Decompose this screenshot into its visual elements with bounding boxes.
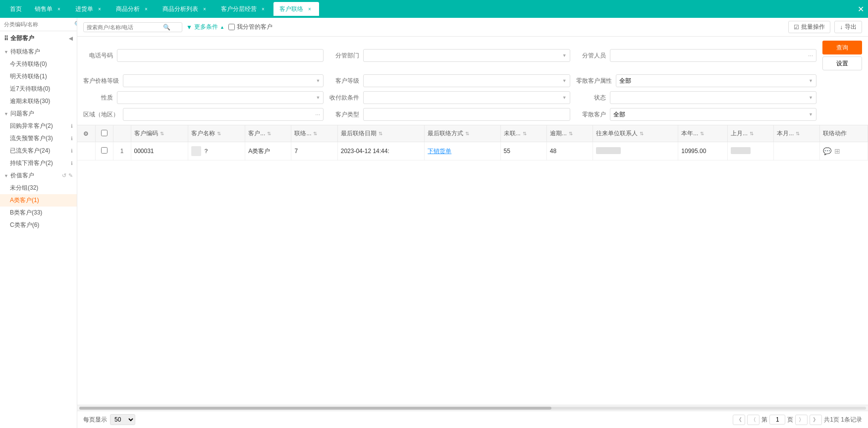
nav-tab-goods-analysis[interactable]: 商品分析×	[110, 2, 156, 16]
sidebar-item-回购异常客户[interactable]: 回购异常客户(2)ℹ	[0, 120, 77, 132]
payment-select[interactable]: ▼	[363, 91, 570, 104]
sidebar-item-B类客户[interactable]: B类客户(33)	[0, 207, 77, 219]
payment-field: 收付款条件 ▼	[329, 91, 570, 104]
window-close-button[interactable]: ✕	[858, 4, 864, 14]
manager-input[interactable]: ···	[610, 49, 816, 62]
export-button[interactable]: ↓ 导出	[834, 21, 862, 33]
page-nav: 《 〈 第 页 〉 》 共1页 1条记录	[733, 415, 862, 425]
col-no-contact-header[interactable]: 未联...⇅	[500, 125, 546, 142]
customer-level-select[interactable]: ▼	[363, 74, 570, 87]
sidebar-group-value-customers[interactable]: ▼价值客户 ↺✎	[0, 169, 77, 182]
next-page-button[interactable]: 〉	[795, 415, 808, 425]
col-last-contact-date-header[interactable]: 最后联络日期⇅	[337, 125, 425, 142]
row-last-method-cell[interactable]: 下销货单	[425, 142, 500, 160]
row-checkbox[interactable]	[101, 147, 108, 154]
sidebar-group-problem-customers[interactable]: ▼问题客户	[0, 107, 77, 120]
sidebar-search-input[interactable]	[4, 21, 72, 27]
col-name-header[interactable]: 客户名称⇅	[188, 125, 245, 142]
dept-label: 分管部门	[329, 52, 359, 60]
row-checkbox-cell[interactable]	[95, 142, 113, 160]
nav-tab-close-goods-analysis-list[interactable]: ×	[201, 5, 208, 12]
page-input[interactable]	[769, 415, 785, 425]
query-button[interactable]: 查询	[822, 41, 862, 54]
scatter-customer-select[interactable]: 全部▼	[610, 108, 816, 121]
nav-tab-purchase[interactable]: 进货单×	[69, 2, 109, 16]
col-this-year-header[interactable]: 本年...⇅	[678, 125, 728, 142]
nav-tab-customer-segment[interactable]: 客户分层经营×	[215, 2, 272, 16]
nature-arrow-icon: ▼	[316, 95, 320, 100]
sidebar-item-未分组[interactable]: 未分组(32)	[0, 182, 77, 194]
manager-label: 分管人员	[576, 52, 606, 60]
sidebar-item-明天待联络[interactable]: 明天待联络(1)	[0, 70, 77, 83]
nav-tab-customer-contact[interactable]: 客户联络×	[273, 2, 319, 16]
row-last-date-cell: 2023-04-12 14:44:	[337, 142, 425, 160]
nav-tab-goods-analysis-list[interactable]: 商品分析列表×	[157, 2, 214, 16]
sidebar-item-流失预警客户[interactable]: 流失预警客户(3)ℹ	[0, 132, 77, 145]
sidebar-group-pending-contact[interactable]: ▼待联络客户	[0, 46, 77, 58]
scrollbar-track	[79, 407, 866, 410]
my-customers-checkbox[interactable]: 我分管的客户	[228, 23, 272, 31]
phone-input[interactable]	[117, 49, 324, 62]
sidebar-collapse-btn[interactable]: ◀	[69, 36, 73, 41]
sidebar-item-逾期未联络[interactable]: 逾期未联络(30)	[0, 95, 77, 107]
sidebar-item-label: A类客户(1)	[10, 196, 73, 205]
nature-select[interactable]: ▼	[117, 91, 324, 104]
nav-tab-close-purchase[interactable]: ×	[96, 5, 103, 12]
col-company-contact-header[interactable]: 往来单位联系人⇅	[593, 125, 678, 142]
my-customers-check[interactable]	[228, 24, 235, 30]
filter-search-icon[interactable]: 🔍	[163, 24, 170, 31]
prev-page-button[interactable]: 〈	[747, 415, 760, 425]
region-input[interactable]: ···	[123, 108, 324, 121]
dept-select[interactable]: ▼	[363, 49, 570, 62]
horizontal-scrollbar[interactable]	[77, 405, 868, 411]
nav-tab-close-goods-analysis[interactable]: ×	[143, 5, 150, 12]
col-last-month-header[interactable]: 上月...⇅	[727, 125, 773, 142]
all-customers-header[interactable]: ⠿ 全部客户 ◀	[0, 31, 77, 46]
status-select[interactable]: ▼	[610, 91, 816, 104]
sidebar-item-A类客户[interactable]: A类客户(1)	[0, 194, 77, 207]
col-last-contact-method-header[interactable]: 最后联络方式⇅	[425, 125, 500, 142]
filter-row-1: 电话号码 分管部门 ▼ 分管人员 ··· 查询 设置	[83, 41, 862, 70]
col-type-header[interactable]: 客户...⇅	[245, 125, 291, 142]
col-this-month-header[interactable]: 本月...⇅	[774, 125, 820, 142]
sidebar-item-label: 持续下滑客户(2)	[10, 159, 71, 167]
overdue-sort-icon: ⇅	[569, 131, 573, 136]
sidebar-item-已流失客户[interactable]: 已流失客户(24)ℹ	[0, 145, 77, 157]
filter-search-input[interactable]	[87, 24, 161, 30]
filter-more-btn[interactable]: ▼ 更多条件 ▲	[186, 23, 224, 31]
select-all-checkbox[interactable]	[101, 130, 108, 136]
col-settings-header[interactable]: ⚙	[77, 125, 95, 142]
nav-tab-close-sales[interactable]: ×	[55, 5, 62, 12]
first-page-button[interactable]: 《	[733, 415, 745, 425]
col-code-header[interactable]: 客户编码⇅	[131, 125, 188, 142]
nav-tab-close-customer-contact[interactable]: ×	[306, 5, 313, 12]
sidebar-item-持续下滑客户[interactable]: 持续下滑客户(2)ℹ	[0, 157, 77, 169]
nav-tab-home[interactable]: 首页	[4, 2, 28, 16]
settings-button[interactable]: 设置	[822, 56, 862, 70]
row-no-contact-cell: 55	[500, 142, 546, 160]
region-dots-icon: ···	[315, 111, 320, 118]
batch-op-button[interactable]: ☑ 批量操作	[788, 21, 830, 33]
sidebar-item-近7天待联络[interactable]: 近7天待联络(0)	[0, 83, 77, 95]
col-checkbox-header[interactable]	[95, 125, 113, 142]
price-level-select[interactable]: ▼	[123, 74, 324, 87]
filter-search-box[interactable]: 🔍	[83, 22, 182, 32]
last-method-link[interactable]: 下销货单	[428, 148, 451, 155]
more-action-icon[interactable]: ⊞	[834, 147, 840, 155]
sidebar-item-label: 已流失客户(24)	[10, 147, 71, 155]
edit-icon[interactable]: ✎	[68, 172, 73, 179]
col-overdue-header[interactable]: 逾期...⇅	[546, 125, 593, 142]
sidebar-item-今天待联络[interactable]: 今天待联络(0)	[0, 58, 77, 70]
scatter-attr-select[interactable]: 全部▼	[616, 74, 816, 87]
filter-row-2: 客户价格等级 ▼ 客户等级 ▼ 零散客户属性 全部▼	[83, 74, 862, 87]
page-size-select[interactable]: 10 20 50 100	[110, 414, 135, 425]
col-contact-header[interactable]: 联络...⇅	[291, 125, 337, 142]
scrollbar-thumb[interactable]	[79, 407, 551, 410]
refresh-icon[interactable]: ↺	[62, 172, 66, 179]
last-page-button[interactable]: 》	[810, 415, 822, 425]
nav-tab-close-customer-segment[interactable]: ×	[260, 5, 267, 12]
nav-tab-sales[interactable]: 销售单×	[29, 2, 68, 16]
customer-type-input[interactable]	[363, 108, 570, 121]
sidebar-item-C类客户[interactable]: C类客户(6)	[0, 219, 77, 231]
message-action-icon[interactable]: 💬	[823, 147, 831, 155]
